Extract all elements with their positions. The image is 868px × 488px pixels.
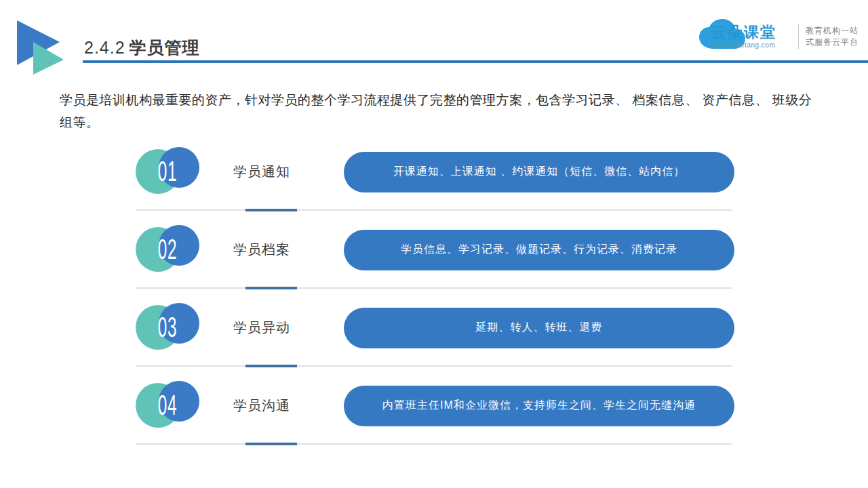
feature-row-notice: 01 学员通知 开课通知、上课通知 、约课通知（短信、微信、站内信） (136, 133, 734, 211)
row-description-pill: 学员信息、学习记录、做题记录、行为记录、消费记录 (344, 230, 734, 270)
brand-tagline-line2: 式服务云平台 (806, 37, 859, 48)
row-label: 学员异动 (233, 319, 336, 337)
play-triangles-icon (15, 18, 66, 75)
brand-name: 云朵课堂 (711, 24, 776, 41)
brand-tagline-line1: 教育机构一站 (806, 25, 859, 37)
number-badge: 03 (136, 302, 199, 354)
row-divider (136, 443, 732, 445)
brand-logo: 云朵课堂 yunduoketang.com 教育机构一站 式服务云平台 (694, 19, 859, 54)
brand-name-block: 云朵课堂 yunduoketang.com (711, 24, 776, 49)
brand-domain: yunduoketang.com (711, 41, 776, 49)
feature-row-change: 03 学员异动 延期、转人、转班、退费 (136, 289, 734, 367)
feature-list: 01 学员通知 开课通知、上课通知 、约课通知（短信、微信、站内信） 02 学员… (136, 133, 734, 445)
row-number: 04 (149, 385, 186, 426)
row-number: 01 (149, 151, 186, 192)
intro-paragraph: 学员是培训机构最重要的资产，针对学员的整个学习流程提供了完整的管理方案，包含学习… (60, 89, 823, 134)
row-label: 学员沟通 (233, 396, 336, 415)
row-description-pill: 延期、转人、转班、退费 (344, 308, 734, 348)
row-description-pill: 内置班主任IM和企业微信，支持师生之间、学生之间无缝沟通 (344, 386, 734, 426)
brand-divider (798, 24, 799, 49)
row-number: 03 (149, 307, 186, 348)
page-title: 2.4.2学员管理 (84, 37, 200, 59)
section-number: 2.4.2 (84, 38, 125, 57)
brand-cloud-wrap: 云朵课堂 yunduoketang.com (694, 19, 795, 54)
number-badge: 01 (136, 146, 199, 198)
title-underline (83, 60, 868, 63)
number-badge: 02 (136, 224, 199, 276)
row-label: 学员通知 (233, 163, 336, 181)
brand-tagline: 教育机构一站 式服务云平台 (806, 25, 859, 48)
feature-row-communication: 04 学员沟通 内置班主任IM和企业微信，支持师生之间、学生之间无缝沟通 (136, 367, 734, 445)
row-description-pill: 开课通知、上课通知 、约课通知（短信、微信、站内信） (344, 152, 734, 192)
slide: 2.4.2学员管理 云朵课堂 yunduoketang.com 教育机构一站 式… (0, 0, 868, 488)
row-divider-accent (245, 443, 297, 445)
title-text: 学员管理 (130, 38, 200, 57)
number-badge: 04 (136, 380, 199, 432)
feature-row-archive: 02 学员档案 学员信息、学习记录、做题记录、行为记录、消费记录 (136, 211, 734, 289)
row-number: 02 (149, 229, 186, 270)
row-label: 学员档案 (233, 241, 336, 259)
